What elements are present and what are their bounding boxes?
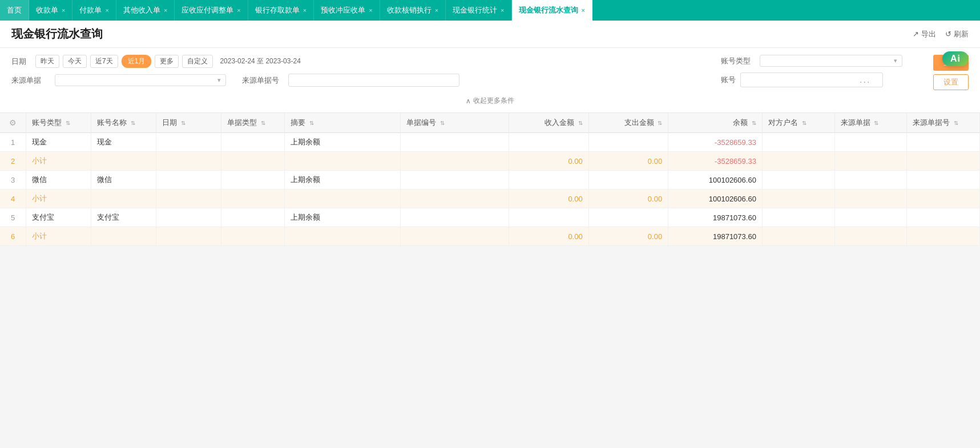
source-voucher-select[interactable]: ▾ bbox=[55, 74, 226, 86]
export-button[interactable]: ↗ 导出 bbox=[913, 29, 936, 39]
sort-icon: ⇅ bbox=[309, 120, 314, 126]
src-voucher-no-cell bbox=[907, 208, 980, 227]
doc-no-cell bbox=[401, 189, 509, 208]
close-icon[interactable]: × bbox=[105, 7, 108, 14]
account-name-col-header[interactable]: 账号名称 ⇅ bbox=[91, 113, 156, 133]
counterpart-cell bbox=[762, 152, 834, 171]
doc-type-col-header[interactable]: 单据类型 ⇅ bbox=[221, 113, 285, 133]
summary-col-header[interactable]: 摘要 ⇅ bbox=[285, 113, 401, 133]
cashbank-flow-table: ⚙ 账号类型 ⇅ 账号名称 ⇅ 日期 ⇅ 单据类型 ⇅ bbox=[0, 113, 980, 246]
settings-button[interactable]: 设置 bbox=[933, 74, 969, 90]
nav-tab-ap-ar-adjust[interactable]: 应收应付调整单 × bbox=[175, 0, 248, 21]
close-icon[interactable]: × bbox=[303, 7, 306, 14]
sort-icon: ⇅ bbox=[954, 120, 958, 126]
close-icon[interactable]: × bbox=[62, 7, 65, 14]
close-icon[interactable]: × bbox=[164, 7, 167, 14]
nav-tab-cashbank-flow[interactable]: 现金银行流水查询 × bbox=[512, 0, 592, 21]
source-voucher-no-label: 来源单据号 bbox=[242, 75, 279, 86]
src-voucher-cell bbox=[834, 171, 907, 189]
account-type-cell: 现金 bbox=[26, 133, 91, 152]
collapse-icon: ∧ bbox=[466, 97, 471, 105]
date-filter-row: 日期 昨天 今天 近7天 近1月 更多 自定义 2023-02-24 至 202… bbox=[11, 55, 709, 68]
nav-tab-cashbank-stat[interactable]: 现金银行统计 × bbox=[446, 0, 511, 21]
nav-tab-advance-offset[interactable]: 预收冲应收单 × bbox=[314, 0, 380, 21]
export-icon: ↗ bbox=[913, 30, 919, 38]
counterpart-col-header[interactable]: 对方户名 ⇅ bbox=[762, 113, 834, 133]
ai-badge[interactable]: Ai bbox=[942, 51, 969, 66]
doc-type-cell bbox=[221, 152, 285, 171]
summary-cell: 上期余额 bbox=[285, 171, 401, 189]
src-voucher-no-cell bbox=[907, 171, 980, 189]
counterpart-cell bbox=[762, 189, 834, 208]
nav-tab-other-income[interactable]: 其他收入单 × bbox=[116, 0, 175, 21]
src-voucher-no-cell bbox=[907, 152, 980, 171]
date-7days-btn[interactable]: 近7天 bbox=[90, 55, 118, 68]
date-col-header[interactable]: 日期 ⇅ bbox=[156, 113, 221, 133]
expense-col-header[interactable]: 支出金额 ⇅ bbox=[588, 113, 668, 133]
account-type-cell: 微信 bbox=[26, 171, 91, 189]
sort-icon: ⇅ bbox=[874, 120, 878, 126]
src-voucher-no-cell bbox=[907, 133, 980, 152]
doc-no-col-header[interactable]: 单据编号 ⇅ bbox=[401, 113, 509, 133]
account-type-filter-row: 账号类型 ▾ bbox=[721, 55, 915, 67]
sort-icon: ⇅ bbox=[578, 120, 583, 126]
close-icon[interactable]: × bbox=[237, 7, 240, 14]
date-cell bbox=[156, 208, 221, 227]
date-1month-btn[interactable]: 近1月 bbox=[122, 55, 152, 68]
account-name-cell bbox=[91, 189, 156, 208]
nav-tab-receipts[interactable]: 收款单 × bbox=[29, 0, 72, 21]
account-input[interactable] bbox=[745, 76, 860, 84]
sort-icon: ⇅ bbox=[261, 120, 265, 126]
account-type-col-header[interactable]: 账号类型 ⇅ bbox=[26, 113, 91, 133]
source-voucher-label: 来源单据 bbox=[11, 75, 41, 86]
income-cell: 0.00 bbox=[509, 152, 588, 171]
income-col-header[interactable]: 收入金额 ⇅ bbox=[509, 113, 588, 133]
balance-col-header[interactable]: 余额 ⇅ bbox=[668, 113, 763, 133]
source-voucher-no-input[interactable] bbox=[288, 74, 459, 87]
summary-cell: 上期余额 bbox=[285, 133, 401, 152]
date-today-btn[interactable]: 今天 bbox=[63, 55, 87, 68]
account-type-select[interactable]: ▾ bbox=[760, 55, 902, 67]
page-header: 现金银行流水查询 ↗ 导出 ↺ 刷新 bbox=[0, 21, 980, 48]
src-voucher-no-col-header[interactable]: 来源单据号 ⇅ bbox=[907, 113, 980, 133]
table-row: 4 小计 0.00 0.00 100102606.60 bbox=[0, 189, 980, 208]
account-name-cell bbox=[91, 152, 156, 171]
gear-icon[interactable]: ⚙ bbox=[9, 118, 17, 127]
nav-home[interactable]: 首页 bbox=[0, 0, 29, 21]
refresh-button[interactable]: ↺ 刷新 bbox=[945, 29, 969, 39]
doc-no-cell bbox=[401, 208, 509, 227]
date-yesterday-btn[interactable]: 昨天 bbox=[35, 55, 59, 68]
table-row: 1 现金 现金 上期余额 -3528659.33 bbox=[0, 133, 980, 152]
src-voucher-col-header[interactable]: 来源单据 ⇅ bbox=[834, 113, 907, 133]
doc-no-cell bbox=[401, 133, 509, 152]
collapse-bar[interactable]: ∧ 收起更多条件 bbox=[11, 92, 969, 108]
date-more-btn[interactable]: 更多 bbox=[155, 55, 179, 68]
date-custom-btn[interactable]: 自定义 bbox=[182, 55, 213, 68]
src-voucher-cell bbox=[834, 189, 907, 208]
account-type-label: 账号类型 bbox=[721, 56, 751, 66]
close-icon[interactable]: × bbox=[582, 7, 585, 14]
close-icon[interactable]: × bbox=[369, 7, 372, 14]
income-cell: 0.00 bbox=[509, 227, 588, 246]
account-type-cell: 支付宝 bbox=[26, 208, 91, 227]
income-cell bbox=[509, 171, 588, 189]
balance-cell: -3528659.33 bbox=[668, 133, 763, 152]
sort-icon: ⇅ bbox=[752, 120, 756, 126]
table-row: 3 微信 微信 上期余额 100102606.60 bbox=[0, 171, 980, 189]
close-icon[interactable]: × bbox=[435, 7, 438, 14]
more-options-icon[interactable]: ... bbox=[860, 75, 870, 85]
src-voucher-cell bbox=[834, 133, 907, 152]
nav-tab-bank-deposit[interactable]: 银行存取款单 × bbox=[248, 0, 314, 21]
expense-cell bbox=[588, 208, 668, 227]
table-header-row: ⚙ 账号类型 ⇅ 账号名称 ⇅ 日期 ⇅ 单据类型 ⇅ bbox=[0, 113, 980, 133]
nav-tab-payments[interactable]: 付款单 × bbox=[72, 0, 116, 21]
close-icon[interactable]: × bbox=[501, 7, 504, 14]
date-range-display: 2023-02-24 至 2023-03-24 bbox=[220, 56, 300, 66]
summary-cell bbox=[285, 152, 401, 171]
expense-cell: 0.00 bbox=[588, 227, 668, 246]
src-voucher-cell bbox=[834, 152, 907, 171]
settings-col-header[interactable]: ⚙ bbox=[0, 113, 26, 133]
nav-tab-collection-exec[interactable]: 收款核销执行 × bbox=[380, 0, 446, 21]
table-row: 6 小计 0.00 0.00 19871073.60 bbox=[0, 227, 980, 246]
chevron-down-icon: ▾ bbox=[217, 76, 221, 84]
